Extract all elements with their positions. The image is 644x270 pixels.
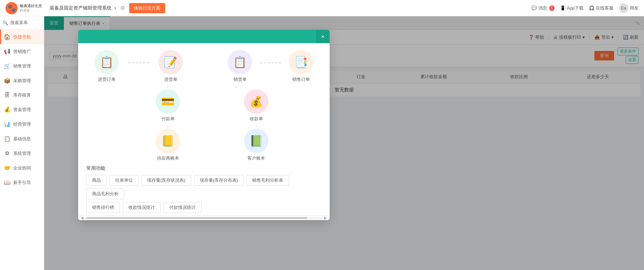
sidebar-label-purchase: 采购管理 [13, 78, 31, 84]
scroll-right-arrow[interactable]: ▶ [323, 216, 328, 220]
system-title: 装备及固定资产辅助管理系统 ▾ ⚙ 体验行业方案 [50, 3, 532, 13]
sidebar-item-system[interactable]: ⚙ 系统管理 [0, 146, 44, 161]
sidebar-label-sales: 销售管理 [13, 63, 31, 69]
chart-icon: 📊 [4, 121, 11, 127]
purchase-order-label: 进货订单 [98, 76, 116, 83]
modal-scrollbar[interactable]: ◀ ▶ [78, 215, 330, 220]
payment-circle: 💳 [156, 89, 180, 114]
wf-node-purchase-receipt[interactable]: 📝 进货单 [150, 50, 191, 83]
user-item[interactable]: Ea 用友 [619, 3, 639, 13]
func-btn-receipt-stats[interactable]: 收款情况统计 [123, 202, 161, 213]
sidebar-label-guide: 新手引导 [13, 180, 31, 186]
wf-node-purchase-order[interactable]: 📋 进货订单 [86, 50, 127, 83]
sidebar: 🔍 搜索菜单 🏠 快捷导航 📢 营销推广 🛒 销售管理 📦 采购管理 🗄 [0, 16, 44, 270]
common-functions: 常用功能 商品 往来单位 现存量(库存状况表) 现存量(库存分布表) 销售毛利分… [86, 161, 321, 216]
search-icon: 🔍 [3, 20, 8, 25]
wf-node-supplier-ledger[interactable]: 📒 供应商账本 [147, 129, 188, 161]
sidebar-item-sales[interactable]: 🛒 销售管理 [0, 59, 44, 73]
common-functions-title: 常用功能 [86, 165, 321, 172]
modal-content: 📋 进货订单 📝 进货单 [78, 43, 330, 216]
sidebar-item-marketing[interactable]: 📢 营销推广 [0, 44, 44, 59]
avatar: Ea [619, 3, 628, 13]
logo-text: 畅康通好生意 标准版 [20, 3, 42, 13]
clipboard-icon: 📋 [4, 136, 11, 142]
func-btn-current-stock-dist[interactable]: 现存量(库存分布表) [194, 175, 244, 186]
cart-icon: 🛒 [4, 63, 11, 69]
message-icon: 💬 [532, 5, 537, 11]
func-btn-sales-profit-analysis[interactable]: 销售毛利分析表 [246, 175, 289, 186]
func-btn-payment-stats[interactable]: 付款情况统计 [163, 202, 202, 213]
sidebar-item-purchase[interactable]: 📦 采购管理 [0, 73, 44, 88]
avatar-text: Ea [621, 6, 626, 11]
sidebar-item-operations[interactable]: 📊 经营管理 [0, 117, 44, 131]
top-right: 💬 消息 5 📱 App下载 🎧 在线客服 Ea 用友 [532, 3, 639, 13]
modal-close-btn[interactable]: × [316, 30, 330, 43]
wf-node-receipt[interactable]: 💰 收款单 [236, 89, 277, 122]
try-btn[interactable]: 体验行业方案 [129, 3, 165, 13]
sidebar-label-marketing: 营销推广 [13, 49, 31, 55]
sales-order-circle: 📑 [289, 50, 313, 74]
arrow-down-receipt: ↓ [236, 122, 277, 129]
sidebar-item-basic-info[interactable]: 📋 基础信息 [0, 131, 44, 146]
arrow-down-sales-invoice: ↓ [215, 83, 256, 89]
sidebar-label-system: 系统管理 [13, 150, 31, 157]
payment-label: 付款单 [161, 116, 175, 122]
logo-area: 🐾 畅康通好生意 标准版 [5, 2, 50, 14]
scroll-left-arrow[interactable]: ◀ [80, 216, 85, 220]
customer-ledger-label: 客户账本 [247, 155, 265, 161]
app-download-item[interactable]: 📱 App下载 [560, 5, 584, 11]
online-service-label: 在线客服 [596, 5, 613, 11]
func-btn-sales-ranking[interactable]: 销售排行榜 [86, 202, 120, 213]
sidebar-item-finance[interactable]: 💰 资金管理 [0, 102, 44, 117]
sidebar-item-enterprise[interactable]: 🤝 企业协同 [0, 161, 44, 175]
content-area: 首页 销售订单执行表 × ⤡ ❓ 帮助 | 🖨 [44, 16, 644, 270]
workflow-modal: × 📋 进货订单 [78, 30, 330, 220]
search-label: 搜索菜单 [10, 20, 28, 26]
scrollbar-thumb [86, 217, 307, 219]
func-btn-product[interactable]: 商品 [86, 175, 107, 186]
wf-node-customer-ledger[interactable]: 📗 客户账本 [236, 129, 277, 161]
function-buttons: 商品 往来单位 现存量(库存状况表) 现存量(库存分布表) 销售毛利分析表 商品… [86, 175, 321, 199]
wf-node-sales-order[interactable]: 📑 销售订单 [281, 50, 321, 83]
supplier-ledger-circle: 📒 [156, 129, 180, 153]
book-icon: 📖 [4, 179, 11, 186]
wf-node-sales-invoice[interactable]: 📋 销货单 [220, 50, 260, 83]
megaphone-icon: 📢 [4, 48, 11, 55]
sidebar-label-operations: 经营管理 [13, 121, 31, 127]
system-dropdown-arrow[interactable]: ▾ [114, 6, 116, 11]
func-btn-trading-unit[interactable]: 往来单位 [109, 175, 139, 186]
supplier-ledger-label: 供应商账本 [157, 155, 179, 161]
sidebar-item-guide[interactable]: 📖 新手引导 [0, 175, 44, 190]
sidebar-search[interactable]: 🔍 搜索菜单 [0, 16, 44, 30]
sidebar-label-basic-info: 基础信息 [13, 136, 31, 142]
sidebar-label-quick-nav: 快捷导航 [13, 34, 31, 40]
wf-node-payment[interactable]: 💳 付款单 [147, 89, 188, 122]
purchase-receipt-label: 进货单 [164, 76, 177, 83]
inventory-icon: 🗄 [4, 92, 11, 98]
purchase-receipt-circle: 📝 [158, 50, 183, 74]
logo-line1: 畅康通好生意 [20, 3, 42, 8]
logo-line2: 标准版 [20, 8, 42, 13]
settings-icon[interactable]: ⚙ [120, 5, 125, 11]
sidebar-label-finance: 资金管理 [13, 107, 31, 113]
box-icon: 📦 [4, 77, 11, 84]
purchase-order-circle: 📋 [94, 50, 119, 74]
sales-invoice-circle: 📋 [228, 50, 252, 74]
user-name: 用友 [630, 5, 639, 11]
online-service-item[interactable]: 🎧 在线客服 [589, 5, 613, 11]
func-btn-current-stock-status[interactable]: 现存量(库存状况表) [141, 175, 191, 186]
app-download-label: App下载 [567, 5, 584, 11]
sidebar-label-inventory: 库存核算 [13, 92, 31, 98]
phone-icon: 📱 [560, 5, 565, 11]
sidebar-label-enterprise: 企业协同 [13, 165, 31, 171]
money-icon: 💰 [4, 106, 11, 113]
receipt-label: 收款单 [250, 116, 263, 122]
sidebar-item-inventory[interactable]: 🗄 库存核算 [0, 88, 44, 102]
gear-icon: ⚙ [4, 150, 11, 157]
func-btn-product-profit-analysis[interactable]: 商品毛利分析 [86, 188, 124, 199]
sidebar-item-quick-nav[interactable]: 🏠 快捷导航 [0, 30, 44, 44]
message-item[interactable]: 💬 消息 5 [532, 5, 555, 11]
arrow-down-purchase: ↓ [147, 83, 188, 89]
sales-invoice-label: 销货单 [233, 76, 247, 83]
modal-overlay: × 📋 进货订单 [44, 16, 644, 270]
